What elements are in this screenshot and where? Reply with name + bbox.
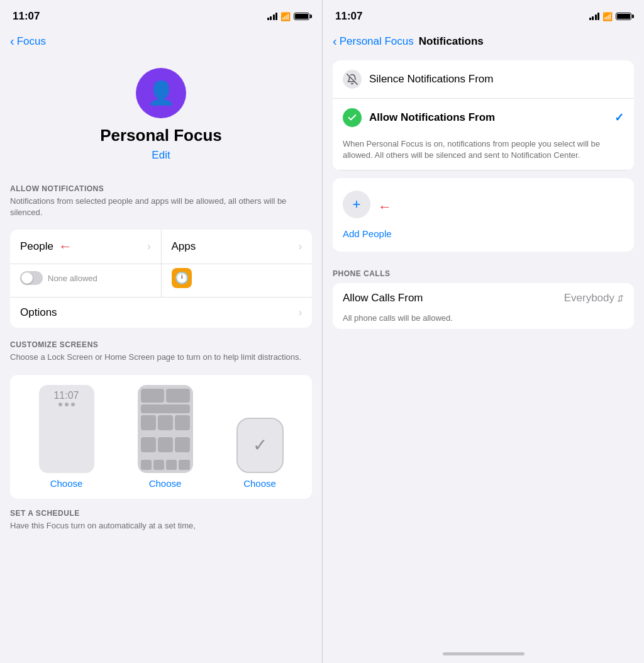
calls-value: Everybody ⇵ xyxy=(564,292,624,304)
apps-label: Apps xyxy=(172,240,196,253)
schedule-desc: Have this Focus turn on automatically at… xyxy=(10,520,312,532)
notifications-card: People ← › Apps › None allowed 🕛 xyxy=(10,230,312,328)
home-screen-mockup xyxy=(138,385,193,473)
calls-card: Allow Calls From Everybody ⇵ All phone c… xyxy=(333,283,634,329)
left-panel: 11:07 📶 ‹ Focus 👤 Personal Focus Edit xyxy=(0,0,322,663)
clock-app-icon: 🕛 xyxy=(172,268,192,288)
status-icons-left: 📶 xyxy=(267,12,310,21)
mock-dot-3 xyxy=(71,403,75,406)
customize-screens-section: CUSTOMIZE SCREENS Choose a Lock Screen o… xyxy=(0,328,322,374)
options-label: Options xyxy=(20,306,57,319)
people-apps-row: People ← › Apps › xyxy=(10,230,312,264)
add-people-label[interactable]: Add People xyxy=(343,228,392,239)
updown-chevron: ⇵ xyxy=(617,294,624,303)
mock-app-1 xyxy=(141,415,156,430)
lock-screen-mockup: 11:07 xyxy=(39,385,94,473)
red-arrow-add-people: ← xyxy=(378,199,392,215)
r-signal-bar-2 xyxy=(592,16,594,20)
allow-description: When Personal Focus is on, notifications… xyxy=(333,133,634,170)
apps-cell[interactable]: Apps › xyxy=(162,230,313,264)
mock-dock-app-4 xyxy=(179,460,189,470)
nav-bar-left: ‹ Focus xyxy=(0,28,322,55)
mock-dots xyxy=(43,403,91,406)
mock-time: 11:07 xyxy=(43,390,91,401)
calls-description: All phone calls will be allowed. xyxy=(333,313,634,329)
apps-sub-cell: 🕛 xyxy=(161,264,313,297)
mock-mid-app xyxy=(141,404,190,413)
status-bar-right: 11:07 📶 xyxy=(323,0,644,28)
choose-home-label[interactable]: Choose xyxy=(149,478,182,489)
mock-top-app-1 xyxy=(141,389,165,403)
options-chevron: › xyxy=(299,307,302,318)
lock-screen-item: 11:07 Choose xyxy=(39,385,94,489)
allow-row[interactable]: Allow Notifications From ✓ xyxy=(333,99,634,133)
right-panel: 11:07 📶 ‹ Personal Focus Notifications xyxy=(322,0,644,663)
mock-app-2 xyxy=(158,415,173,430)
people-label: People xyxy=(20,240,53,253)
screens-card: 11:07 Choose xyxy=(10,375,312,499)
allow-calls-label: Allow Calls From xyxy=(343,292,423,304)
options-row[interactable]: Options › xyxy=(10,298,312,328)
customize-screens-desc: Choose a Lock Screen or Home Screen page… xyxy=(10,352,312,363)
people-toggle[interactable] xyxy=(20,271,43,285)
plus-icon: + xyxy=(353,198,361,211)
watch-icon: ✓ xyxy=(253,435,267,455)
people-cell[interactable]: People ← › xyxy=(10,230,162,264)
signal-bars-left xyxy=(267,13,278,20)
signal-bar-2 xyxy=(270,16,272,20)
r-signal-bar-3 xyxy=(595,14,597,20)
schedule-section: SET A SCHEDULE Have this Focus turn on a… xyxy=(0,499,322,537)
bell-slash-icon xyxy=(343,70,362,89)
silence-row[interactable]: Silence Notifications From xyxy=(333,60,634,99)
bell-slash-svg xyxy=(347,74,358,85)
allow-notifications-desc: Notifications from selected people and a… xyxy=(10,196,312,218)
status-bar-left: 11:07 📶 xyxy=(0,0,322,28)
choose-lock-label[interactable]: Choose xyxy=(50,478,83,489)
mock-dot-1 xyxy=(58,403,62,406)
none-allowed-label: None allowed xyxy=(48,274,97,283)
svg-line-0 xyxy=(347,74,358,85)
signal-bar-3 xyxy=(273,14,275,20)
back-button-left[interactable]: ‹ Focus xyxy=(10,35,46,48)
check-circle-icon xyxy=(343,108,362,127)
mock-dock-app-3 xyxy=(166,460,177,470)
battery-icon-right xyxy=(616,13,631,20)
edit-button[interactable]: Edit xyxy=(152,149,170,162)
allow-row-label: Allow Notifications From xyxy=(369,111,614,124)
battery-fill-right xyxy=(617,14,630,19)
choose-watch-label[interactable]: Choose xyxy=(243,478,276,489)
battery-icon-left xyxy=(294,13,309,20)
signal-bar-1 xyxy=(267,18,269,20)
mock-app-grid xyxy=(141,415,190,457)
home-screen-item: Choose xyxy=(138,385,193,489)
status-icons-right: 📶 xyxy=(589,12,632,21)
allow-notifications-title: ALLOW NOTIFICATIONS xyxy=(10,184,312,193)
allow-notifications-section: ALLOW NOTIFICATIONS Notifications from s… xyxy=(0,172,322,230)
allow-calls-row[interactable]: Allow Calls From Everybody ⇵ xyxy=(333,283,634,313)
allow-row-wrapper: Allow Notifications From ✓ When Personal… xyxy=(333,99,634,170)
add-people-button[interactable]: + xyxy=(343,191,370,218)
customize-screens-title: CUSTOMIZE SCREENS xyxy=(10,340,312,349)
back-button-right[interactable]: ‹ Personal Focus xyxy=(333,35,414,48)
notifications-options-wrapper: Silence Notifications From Allow Notific… xyxy=(323,60,644,170)
calls-value-text: Everybody xyxy=(564,292,614,304)
add-people-card: + ← Add People xyxy=(333,178,634,252)
silence-row-label: Silence Notifications From xyxy=(369,73,624,86)
home-bar-right xyxy=(443,652,525,655)
red-arrow-people: ← xyxy=(58,238,72,255)
notification-options-card: Silence Notifications From Allow Notific… xyxy=(333,60,634,170)
wifi-icon-right: 📶 xyxy=(602,12,613,21)
back-label-left: Focus xyxy=(17,35,46,48)
avatar: 👤 xyxy=(136,68,186,118)
status-time-right: 11:07 xyxy=(335,10,362,23)
add-people-row: + ← xyxy=(343,191,392,223)
mock-dock-app-1 xyxy=(141,460,152,470)
profile-section: 👤 Personal Focus Edit xyxy=(0,55,322,172)
clock-icon: 🕛 xyxy=(175,271,189,285)
people-sub-cell: None allowed xyxy=(10,264,161,297)
check-svg xyxy=(347,113,357,123)
page-title-right: Notifications xyxy=(419,35,484,48)
nav-bar-right: ‹ Personal Focus Notifications xyxy=(323,28,644,55)
back-label-right: Personal Focus xyxy=(340,35,414,48)
battery-fill-left xyxy=(295,14,308,19)
